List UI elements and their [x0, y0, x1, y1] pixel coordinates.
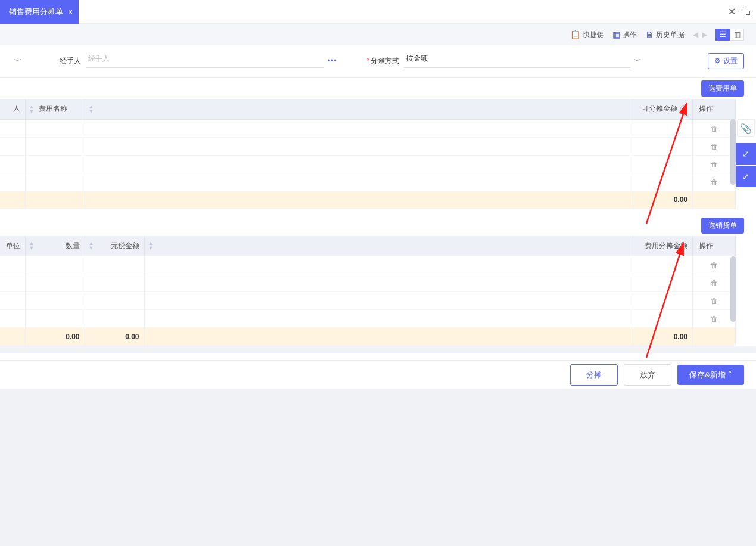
table-row[interactable]	[0, 292, 736, 310]
operate-label: 操作	[623, 30, 637, 40]
total-feealloc: 0.00	[633, 328, 693, 346]
table-row[interactable]	[0, 310, 736, 328]
fee-table: 人 ▲▼费用名称 ▲▼ 可分摊金额 ⓘ 操作 0.00	[0, 99, 736, 209]
close-icon[interactable]: ×	[68, 7, 73, 17]
gear-icon	[714, 57, 721, 65]
table-row[interactable]	[0, 274, 736, 292]
view-list-icon[interactable]: ☰	[715, 29, 730, 41]
trash-icon[interactable]	[711, 278, 718, 287]
shortcut-label: 快捷键	[583, 30, 604, 40]
trash-icon[interactable]	[711, 178, 718, 187]
expand-icon[interactable]: ⤢	[736, 143, 756, 165]
select-fee-button[interactable]: 选费用单	[701, 80, 744, 97]
close-window-icon[interactable]: ✕	[728, 6, 736, 17]
trash-icon[interactable]	[711, 160, 718, 169]
operate-button[interactable]: ▦ 操作	[612, 30, 637, 40]
discard-button[interactable]: 放弃	[624, 364, 671, 386]
total-qty: 0.00	[25, 328, 85, 346]
history-button[interactable]: 🗎 历史单据	[645, 30, 685, 40]
table-row[interactable]	[0, 256, 736, 274]
save-add-button[interactable]: 保存&新增 ˄	[677, 365, 744, 385]
col-spacer2[interactable]: ▲▼	[144, 236, 633, 256]
col-fee-name[interactable]: ▲▼费用名称	[25, 99, 85, 119]
col-spacer[interactable]: ▲▼	[85, 99, 633, 119]
sales-section: 选销货单 单位 ▲▼数量 ▲▼无税金额 ▲▼	[0, 209, 756, 346]
table-row[interactable]	[0, 119, 736, 137]
right-rail: 📎 ⤢ ⤢	[736, 119, 756, 188]
more-icon[interactable]: •••	[328, 57, 337, 65]
allocate-button[interactable]: 分摊	[570, 364, 618, 386]
chevron-down-icon[interactable]: ﹀	[634, 56, 641, 66]
toolbar: 📋 快捷键 ▦ 操作 🗎 历史单据 ◀ ▶ ☰ ▥	[0, 24, 756, 45]
handler-input[interactable]: 经手人	[86, 54, 324, 68]
col-person[interactable]: 人	[0, 99, 25, 119]
tab-bar: 销售费用分摊单 × ✕	[0, 0, 756, 24]
sales-table: 单位 ▲▼数量 ▲▼无税金额 ▲▼ 费用分摊金额 操作 0.0	[0, 236, 736, 346]
next-icon[interactable]: ▶	[702, 30, 707, 39]
total-allocable: 0.00	[633, 191, 693, 209]
col-qty[interactable]: ▲▼数量	[25, 236, 85, 256]
spacer	[0, 346, 756, 353]
footer: 分摊 放弃 保存&新增 ˄	[0, 360, 756, 389]
total-row: 0.00	[0, 191, 736, 209]
fee-section: 选费用单 人 ▲▼费用名称 ▲▼ 可分摊金额 ⓘ 操作	[0, 78, 756, 209]
help-icon[interactable]: ⓘ	[679, 104, 687, 113]
scrollbar[interactable]	[730, 236, 736, 346]
grid-icon: ▦	[612, 30, 620, 39]
settings-button[interactable]: 设置	[708, 53, 744, 69]
settings-label: 设置	[723, 56, 738, 66]
handler-field: 经手人 经手人 •••	[60, 54, 337, 68]
form-bar: ﹀ 经手人 经手人 ••• * 分摊方式 按金额 ﹀ 设置	[0, 45, 756, 78]
trash-icon[interactable]	[711, 296, 718, 305]
col-notax[interactable]: ▲▼无税金额	[85, 236, 144, 256]
trash-icon[interactable]	[711, 124, 718, 133]
attachment-icon[interactable]: 📎	[737, 119, 755, 137]
scrollbar[interactable]	[730, 99, 736, 209]
col-fee-alloc[interactable]: 费用分摊金额	[633, 236, 693, 256]
table-row[interactable]	[0, 137, 736, 155]
alloc-label: 分摊方式	[371, 56, 399, 66]
doc-icon: 🗎	[645, 30, 654, 39]
clipboard-icon: 📋	[570, 30, 580, 39]
tab-title: 销售费用分摊单	[9, 7, 63, 17]
trash-icon[interactable]	[711, 260, 718, 269]
expand2-icon[interactable]: ⤢	[736, 166, 756, 187]
handler-label: 经手人	[60, 56, 81, 66]
shortcut-button[interactable]: 📋 快捷键	[570, 30, 604, 40]
alloc-field: * 分摊方式 按金额 ﹀	[367, 54, 642, 68]
view-toggle: ☰ ▥	[715, 29, 744, 41]
view-grid-icon[interactable]: ▥	[730, 29, 744, 41]
save-add-label: 保存&新增	[689, 370, 726, 380]
history-label: 历史单据	[656, 30, 685, 40]
chevron-down-icon[interactable]: ﹀	[12, 56, 24, 66]
total-row: 0.00 0.00 0.00	[0, 328, 736, 346]
col-actions2: 操作	[693, 236, 736, 256]
table-row[interactable]	[0, 173, 736, 191]
fullscreen-icon[interactable]	[742, 7, 750, 17]
table-row[interactable]	[0, 155, 736, 173]
trash-icon[interactable]	[711, 314, 718, 323]
total-notax: 0.00	[85, 328, 144, 346]
trash-icon[interactable]	[711, 142, 718, 151]
col-actions: 操作	[693, 99, 736, 119]
chevron-up-icon: ˄	[728, 370, 732, 379]
prev-icon[interactable]: ◀	[693, 30, 698, 39]
select-sales-button[interactable]: 选销货单	[701, 218, 744, 234]
alloc-select[interactable]: 按金额	[404, 54, 630, 68]
tab-active[interactable]: 销售费用分摊单 ×	[0, 0, 79, 24]
col-unit[interactable]: 单位	[0, 236, 25, 256]
required-asterisk: *	[367, 57, 370, 65]
col-allocable[interactable]: 可分摊金额 ⓘ	[633, 99, 693, 119]
